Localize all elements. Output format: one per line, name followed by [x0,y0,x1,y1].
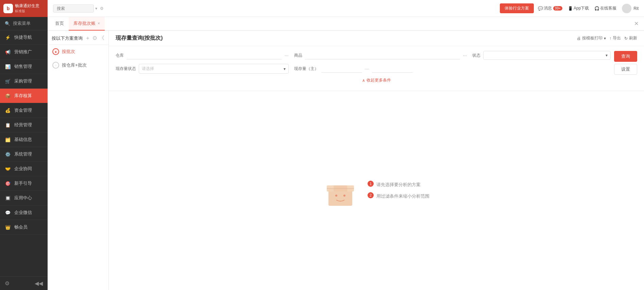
online-service-label: 在线客服 [600,5,616,11]
sidebar-item-enterprise[interactable]: 🤝 企业协同 [0,162,48,176]
collapse-icon: ∧ [362,78,365,83]
svg-point-3 [335,195,337,197]
sidebar-item-wechat[interactable]: 💬 企业微信 [0,205,48,220]
add-plan-icon[interactable]: ＋ [85,35,90,42]
collapse-panel-icon[interactable]: 《 [99,35,104,42]
sidebar-item-quick-nav[interactable]: ⚡ 快捷导航 [0,30,48,45]
sidebar-label-basics: 基础信息 [14,137,32,143]
empty-illustration [323,174,357,207]
sidebar-item-system[interactable]: ⚙️ 系统管理 [0,147,48,162]
stock-qty-label: 现存量（主） [294,66,319,72]
product-input[interactable] [305,52,460,59]
basics-icon: 🗂️ [5,137,11,143]
marketing-icon: 📢 [5,49,11,55]
user-profile[interactable]: Rit [622,4,639,13]
sidebar-item-newguide[interactable]: 🎯 新手引导 [0,176,48,191]
tab-inventory-batch[interactable]: 库存批次账 × [69,17,105,31]
sidebar-item-sales[interactable]: 📊 销售管理 [0,59,48,74]
messages-item[interactable]: 💬 消息 99+ [538,5,562,11]
sidebar-item-basics[interactable]: 🗂️ 基础信息 [0,132,48,147]
export-label: 导出 [613,35,621,41]
left-panel-actions: ＋ ⊙ 《 [85,35,104,42]
content-area: 按以下方案查询 ＋ ⊙ 《 ● 按批次 ○ 按仓库+批次 现存量查询(按批次) [48,31,644,290]
plan-radio-inactive: ○ [52,62,59,69]
system-icon: ⚙️ [5,151,11,157]
left-panel-title: 按以下方案查询 [52,35,83,41]
plan-label-by-batch: 按批次 [62,49,75,55]
sidebar-item-operations[interactable]: 📋 经营管理 [0,118,48,132]
plan-item-by-batch[interactable]: ● 按批次 [48,45,108,58]
tab-inventory-batch-label: 库存批次账 [73,20,96,26]
plan-label-by-warehouse-batch: 按仓库+批次 [62,62,87,68]
sidebar-item-finance[interactable]: 💰 资金管理 [0,103,48,118]
sidebar-item-member[interactable]: 👑 畅会员 [0,220,48,235]
stock-qty-max-input[interactable] [372,65,413,73]
topbar-dropdown-icon[interactable]: ▾ [95,6,97,11]
inventory-icon: 📦 [5,93,11,99]
sidebar-header: b 畅康通好生意 标准版 [0,0,48,17]
appcenter-icon: 🔲 [5,195,11,201]
topbar-search-input[interactable] [53,4,94,13]
warehouse-more-icon[interactable]: ··· [285,53,289,58]
sidebar-label-sales: 销售管理 [14,64,32,70]
plan-radio-active: ● [52,48,59,55]
tab-home-label: 首页 [55,20,64,26]
sidebar-item-marketing[interactable]: 📢 营销推广 [0,45,48,59]
member-icon: 👑 [5,224,11,230]
online-service-item[interactable]: 🎧 在线客服 [594,5,616,11]
stock-status-select[interactable]: 请选择 ▾ [139,64,289,74]
query-button[interactable]: 查询 [614,51,637,62]
page-header-actions: 🖨 按模板打印 ▾ ↑ 导出 ↻ 刷新 [577,35,637,41]
print-dropdown-icon[interactable]: ▾ [604,36,606,41]
product-more-icon[interactable]: ··· [463,53,467,58]
warehouse-input[interactable] [126,52,282,59]
export-action[interactable]: ↑ 导出 [609,35,621,41]
stock-status-label: 现存量状态 [116,66,136,72]
sidebar: b 畅康通好生意 标准版 🔍 搜索菜单 ⚡ 快捷导航 📢 营销推广 📊 销售管理… [0,0,48,290]
sidebar-item-inventory[interactable]: 📦 库存核算 [0,89,48,103]
headset-icon: 🎧 [594,6,599,11]
finance-icon: 💰 [5,107,11,113]
sidebar-item-appcenter[interactable]: 🔲 应用中心 [0,191,48,205]
collapse-filter-button[interactable]: ∧ 收起更多条件 [116,75,637,86]
sidebar-settings-icon[interactable]: ⚙ [5,280,10,287]
topbar-breadcrumb: ▾ ⚙ [53,4,496,13]
operations-icon: 📋 [5,122,11,128]
print-label: 按模板打印 [582,35,603,41]
plan-item-by-warehouse-batch[interactable]: ○ 按仓库+批次 [48,58,108,72]
message-icon: 💬 [538,6,543,11]
tab-bar-close-icon[interactable]: ✕ [631,20,641,27]
messages-label: 消息 [544,5,552,11]
search-menu-label: 搜索菜单 [13,20,31,26]
tip-1: 1 请先选择要分析的方案 [368,180,429,189]
stock-qty-min-input[interactable] [321,65,362,73]
empty-svg [323,174,357,207]
print-action[interactable]: 🖨 按模板打印 ▾ [577,35,606,41]
setting-button[interactable]: 设置 [614,64,637,75]
sales-icon: 📊 [5,64,11,70]
tab-home[interactable]: 首页 [50,17,69,31]
refresh-action[interactable]: ↻ 刷新 [624,35,637,41]
tip-2-text: 用过滤条件来缩小分析范围 [376,192,429,201]
avatar [622,4,631,13]
tip-2-num: 2 [368,192,374,198]
sidebar-item-purchase[interactable]: 🛒 采购管理 [0,74,48,89]
main-area: ▾ ⚙ 体验行业方案 💬 消息 99+ 📱 App下载 🎧 在线客服 Rit [48,0,644,290]
sidebar-label-member: 畅会员 [14,224,28,230]
warehouse-filter: 仓库 ··· [116,52,289,59]
topbar-gear-icon[interactable]: ⚙ [100,6,104,11]
search-menu-button[interactable]: 🔍 搜索菜单 [0,17,48,30]
filter-wrapper: 仓库 ··· 商品 ··· 状态 [116,51,637,75]
tab-close-icon[interactable]: × [98,21,100,26]
messages-badge: 99+ [553,6,562,11]
status-select[interactable]: ▾ [483,51,611,60]
app-download-item[interactable]: 📱 App下载 [568,5,589,11]
status-dropdown-icon: ▾ [606,53,608,58]
enterprise-icon: 🤝 [5,166,11,172]
app-icon: b [3,4,13,13]
industry-button[interactable]: 体验行业方案 [500,3,534,13]
warehouse-label: 仓库 [116,53,124,58]
sidebar-collapse-icon[interactable]: ◀◀ [35,280,43,287]
plan-settings-icon[interactable]: ⊙ [92,35,97,42]
stock-status-placeholder: 请选择 [142,66,154,72]
